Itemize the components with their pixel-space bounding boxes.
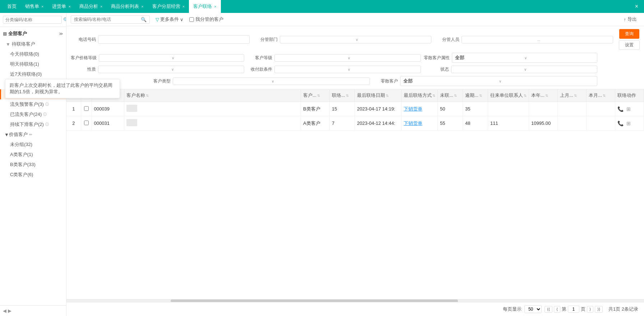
nav-customer-tier-close[interactable]: × bbox=[182, 4, 185, 9]
method-link-2[interactable]: 下销货单 bbox=[404, 121, 422, 126]
filter-retail-cell: 零散客户 全部 ∨ bbox=[373, 76, 597, 86]
edit-icon-price-group[interactable]: ✏ bbox=[29, 132, 32, 137]
nav-customer-tier[interactable]: 客户分层经营 × bbox=[148, 0, 189, 13]
filter-actions: 查询 设置 bbox=[619, 29, 640, 50]
sort-type-icon[interactable]: ⇅ bbox=[317, 94, 320, 98]
export-button[interactable]: ↑ 导出 bbox=[621, 15, 640, 24]
filter-gender-select[interactable]: ∨ bbox=[98, 66, 244, 73]
page-prev-button[interactable]: ⟨ bbox=[554, 306, 560, 313]
sidebar-item-c-class[interactable]: C类客户(6) bbox=[0, 170, 66, 180]
filter-retail-select[interactable]: 全部 ∨ bbox=[400, 76, 597, 86]
arrow-down-icon: ▼ bbox=[6, 42, 10, 47]
sidebar-item-churned[interactable]: 已流失客户(24) ⓘ bbox=[0, 109, 66, 119]
cell-code-2: 000031 bbox=[92, 116, 124, 131]
search-input[interactable] bbox=[74, 17, 139, 22]
sort-name-icon[interactable]: ⇅ bbox=[146, 94, 149, 98]
scrollbar-thumb[interactable] bbox=[171, 300, 458, 302]
action-more-icon-1[interactable]: ⊞ bbox=[626, 106, 631, 112]
horizontal-scrollbar[interactable] bbox=[66, 299, 644, 302]
nav-home[interactable]: 首页 bbox=[3, 0, 21, 13]
page-last-button[interactable]: ⟩⟩ bbox=[595, 306, 603, 313]
sidebar-scroll-right[interactable]: ▶ bbox=[8, 308, 11, 313]
action-more-icon-2[interactable]: ⊞ bbox=[626, 121, 631, 126]
cell-date-2: 2023-04-12 14:44: bbox=[355, 116, 402, 131]
cell-type-2: A类客户 bbox=[301, 116, 330, 131]
action-phone-icon-2[interactable]: 📞 bbox=[617, 121, 624, 126]
sidebar-all-customers[interactable]: ⊞ 全部客户 ≫ bbox=[0, 28, 66, 39]
sort-lastmonth-icon[interactable]: ⇅ bbox=[574, 94, 577, 98]
chevron-custtype-icon: ∨ bbox=[272, 79, 367, 83]
sort-contact-icon[interactable]: ⇅ bbox=[346, 94, 349, 98]
nav-purchase-close[interactable]: × bbox=[68, 4, 70, 9]
chevron-custlevel-icon: ∨ bbox=[348, 56, 418, 60]
sidebar-item-b-class[interactable]: B类客户(33) bbox=[0, 160, 66, 170]
col-header-thismonth: 本月...⇅ bbox=[587, 89, 615, 102]
filter-status-select[interactable]: ∨ bbox=[451, 66, 597, 73]
row-checkbox-2[interactable] bbox=[84, 121, 89, 125]
sidebar-scroll-left[interactable]: ◀ bbox=[3, 308, 6, 313]
sidebar-tree: ⊞ 全部客户 ≫ ▼ 待联络客户 今天待联络(0) 明天待联络(1) 近7天待联… bbox=[0, 27, 66, 305]
sidebar-item-declining[interactable]: 持续下滑客户(2) ⓘ bbox=[0, 119, 66, 129]
table-footer: 每页显示 50 ⟨⟨ ⟨ 第 页 ⟩ ⟩⟩ 共1页 2条记录 bbox=[66, 302, 644, 316]
row-checkbox-1[interactable] bbox=[84, 106, 89, 111]
cell-action-2: 📞 ⊞ bbox=[615, 116, 644, 131]
nav-customer-contact[interactable]: 客户联络 × bbox=[189, 0, 221, 13]
nav-product-analysis[interactable]: 商品分析 × bbox=[75, 0, 107, 13]
filter-manager-select[interactable]: ... bbox=[462, 36, 613, 43]
cell-overdue-1: 35 bbox=[463, 102, 488, 116]
filter-custtype-select[interactable]: ∨ bbox=[173, 77, 370, 85]
sidebar-item-tomorrow[interactable]: 明天待联络(1) bbox=[0, 59, 66, 69]
sort-overdue-icon[interactable]: ⇅ bbox=[479, 94, 482, 98]
sidebar-item-7days[interactable]: 近7天待联络(0) bbox=[0, 69, 66, 79]
nav-sales[interactable]: 销售单 × bbox=[21, 0, 48, 13]
filter-row-2: 客户价格等级 ∨ 客户等级 ∨ 零散客户属性 全部 bbox=[71, 53, 640, 63]
sidebar-price-group[interactable]: ▼ 价值客户 ✏ bbox=[0, 129, 66, 140]
sort-date-icon[interactable]: ⇅ bbox=[386, 94, 389, 98]
filter-dept-select[interactable]: ∨ bbox=[280, 36, 431, 43]
nav-product-list[interactable]: 商品分析列表 × bbox=[107, 0, 148, 13]
sidebar-group-pending[interactable]: ▼ 待联络客户 bbox=[0, 39, 66, 49]
settings-button[interactable]: 设置 bbox=[619, 40, 640, 50]
sort-method-icon[interactable]: ⇅ bbox=[432, 94, 435, 98]
page-next-button[interactable]: ⟩ bbox=[587, 306, 593, 313]
sort-contacts-icon[interactable]: ⇅ bbox=[524, 94, 527, 98]
page-number-input[interactable] bbox=[568, 306, 579, 313]
method-link-1[interactable]: 下销货单 bbox=[404, 106, 422, 112]
nav-customer-contact-close[interactable]: × bbox=[214, 4, 216, 9]
chevron-dept-icon: ∨ bbox=[356, 38, 428, 42]
cell-contact-2: 7 bbox=[330, 116, 355, 131]
table-row: 1 000039 B类客户 15 2023-04-17 14:19: 下销货单 … bbox=[66, 102, 644, 116]
sidebar-item-ungrouped[interactable]: 未分组(32) bbox=[0, 140, 66, 150]
cell-method-2: 下销货单 bbox=[402, 116, 438, 131]
nav-product-list-close[interactable]: × bbox=[141, 4, 143, 9]
query-button[interactable]: 查询 bbox=[619, 29, 639, 39]
nav-purchase[interactable]: 进货单 × bbox=[48, 0, 75, 13]
sidebar-item-today[interactable]: 今天待联络(0) bbox=[0, 49, 66, 59]
filter-retailattr-select[interactable]: 全部 ∨ bbox=[452, 53, 597, 63]
page-first-button[interactable]: ⟨⟨ bbox=[545, 306, 552, 313]
more-conditions-button[interactable]: ▽ 更多条件 ∨ bbox=[153, 15, 186, 24]
my-customers-checkbox[interactable] bbox=[189, 17, 194, 22]
sidebar-search-icon[interactable]: 🔍 bbox=[63, 17, 66, 23]
filter-dept-cell: 分管部门 ∨ bbox=[252, 36, 431, 43]
search-icon[interactable]: 🔍 bbox=[141, 17, 147, 22]
nav-sales-close[interactable]: × bbox=[41, 4, 43, 9]
chevron-gender-icon: ∨ bbox=[171, 67, 241, 71]
sort-thismonth-icon[interactable]: ⇅ bbox=[603, 94, 606, 98]
nav-product-analysis-close[interactable]: × bbox=[100, 4, 102, 9]
filter-phone-input[interactable] bbox=[98, 35, 250, 44]
filter-payment-select[interactable]: ∨ bbox=[274, 66, 421, 73]
sidebar-search-input[interactable] bbox=[3, 16, 62, 24]
sidebar-item-churn-warning[interactable]: 流失预警客户(3) ⓘ bbox=[0, 99, 66, 109]
cell-check-1 bbox=[81, 102, 92, 116]
filter-custlevel-select[interactable]: ∨ bbox=[274, 54, 421, 62]
window-close-button[interactable]: × bbox=[632, 3, 641, 10]
sort-uncontacted-icon[interactable]: ⇅ bbox=[454, 94, 457, 98]
sort-thisyear-icon[interactable]: ⇅ bbox=[545, 94, 548, 98]
action-phone-icon-1[interactable]: 📞 bbox=[617, 106, 624, 112]
my-customers-checkbox-label[interactable]: 我分管的客户 bbox=[189, 16, 223, 23]
sidebar-collapse-icon[interactable]: ≫ bbox=[59, 32, 63, 36]
filter-pricelevel-select[interactable]: ∨ bbox=[99, 54, 244, 62]
per-page-select[interactable]: 50 bbox=[524, 305, 542, 313]
sidebar-item-a-class[interactable]: A类客户(1) bbox=[0, 150, 66, 160]
